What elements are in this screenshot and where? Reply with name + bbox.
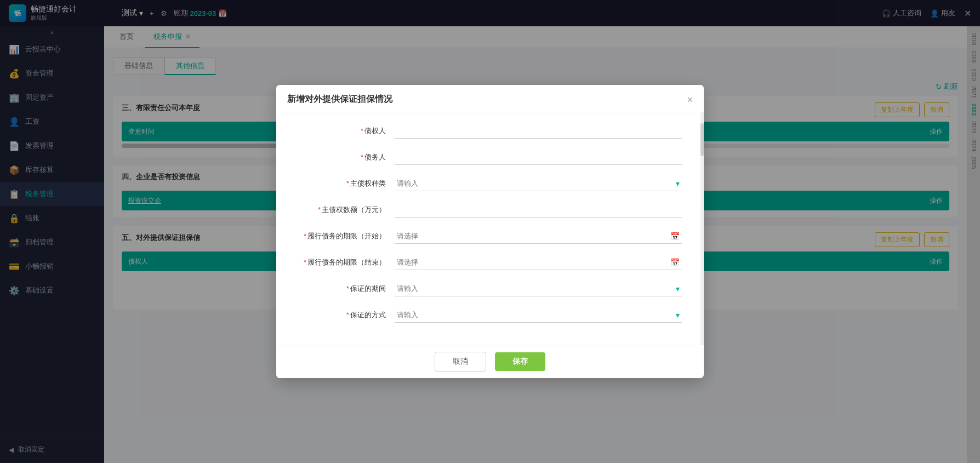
dialog-scrollbar-track [700, 112, 704, 345]
creditor-input[interactable] [395, 123, 682, 139]
period-start-input[interactable] [395, 228, 668, 243]
debtor-input[interactable] [395, 150, 682, 165]
modal-overlay: 新增对外提供保证担保情况 × *债权人 *债务人 [0, 0, 980, 463]
dialog-header: 新增对外提供保证担保情况 × [276, 85, 704, 112]
form-row-claim-amount: *主债权数额（万元） [298, 202, 682, 218]
claim-amount-label: *主债权数额（万元） [298, 205, 386, 215]
form-row-creditor: *债权人 [298, 123, 682, 139]
guarantee-period-input[interactable] [395, 281, 674, 296]
claim-type-select-wrapper: ▾ [395, 176, 682, 191]
guarantee-period-select-wrapper: ▾ [395, 281, 682, 296]
form-row-guarantee-period: *保证的期间 ▾ [298, 281, 682, 296]
claim-amount-input[interactable] [395, 202, 682, 218]
creditor-label: *债权人 [298, 126, 386, 136]
period-end-input[interactable] [395, 255, 668, 270]
period-end-date-wrapper: 📅 [395, 255, 682, 270]
period-end-label: *履行债务的期限（结束） [298, 258, 386, 267]
form-row-period-start: *履行债务的期限（开始） 📅 [298, 228, 682, 244]
dialog-footer: 取消 保存 [276, 345, 704, 378]
form-row-claim-type: *主债权种类 ▾ [298, 176, 682, 191]
save-button[interactable]: 保存 [495, 352, 545, 371]
period-start-label: *履行债务的期限（开始） [298, 231, 386, 241]
dialog-title: 新增对外提供保证担保情况 [287, 94, 392, 105]
claim-type-chevron-icon[interactable]: ▾ [674, 179, 682, 188]
guarantee-method-chevron-icon[interactable]: ▾ [674, 311, 682, 319]
guarantee-period-chevron-icon[interactable]: ▾ [674, 284, 682, 293]
debtor-label: *债务人 [298, 152, 386, 162]
form-row-debtor: *债务人 [298, 150, 682, 165]
form-row-guarantee-method: *保证的方式 ▾ [298, 307, 682, 323]
guarantee-period-label: *保证的期间 [298, 284, 386, 294]
calendar-start-icon[interactable]: 📅 [668, 232, 682, 241]
calendar-end-icon[interactable]: 📅 [668, 258, 682, 267]
claim-type-label: *主债权种类 [298, 179, 386, 188]
guarantee-method-select-wrapper: ▾ [395, 307, 682, 323]
form-row-period-end: *履行债务的期限（结束） 📅 [298, 255, 682, 270]
dialog-scrollbar-thumb [700, 123, 704, 156]
guarantee-method-label: *保证的方式 [298, 310, 386, 320]
period-start-date-wrapper: 📅 [395, 228, 682, 244]
cancel-button[interactable]: 取消 [435, 352, 486, 371]
dialog-body: *债权人 *债务人 *主债权种类 ▾ [276, 112, 704, 345]
guarantee-method-input[interactable] [395, 307, 674, 322]
dialog-close-button[interactable]: × [687, 95, 693, 105]
claim-type-input[interactable] [395, 176, 674, 191]
dialog: 新增对外提供保证担保情况 × *债权人 *债务人 [276, 85, 704, 378]
